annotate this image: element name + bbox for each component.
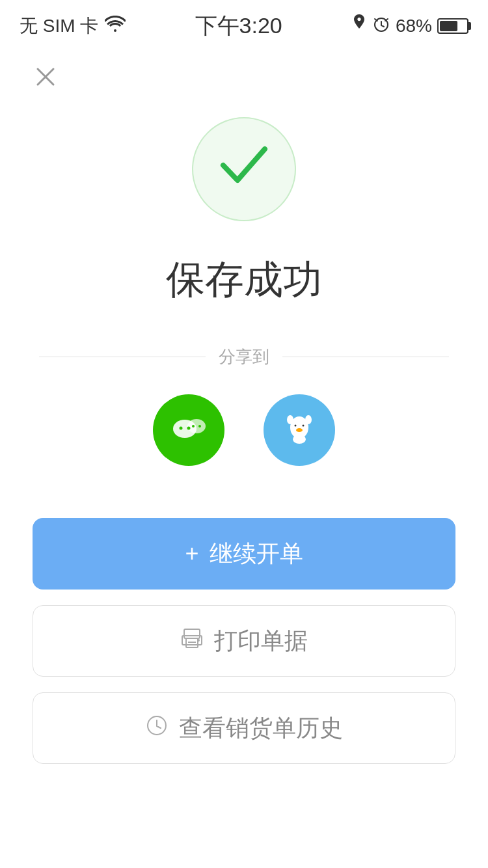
svg-point-11 [302,424,304,426]
share-label: 分享到 [206,346,282,368]
close-button[interactable] [26,57,65,96]
share-divider: 分享到 [0,346,488,368]
status-right: 68% [351,14,468,38]
plus-icon: + [185,540,198,567]
battery-percent: 68% [396,16,432,36]
svg-point-2 [187,419,206,433]
svg-point-10 [294,424,296,426]
history-button[interactable]: 查看销货单历史 [33,692,455,764]
svg-point-5 [192,425,195,427]
history-button-label: 查看销货单历史 [179,712,343,744]
main-content: 保存成功 分享到 [0,52,488,764]
qq-share-button[interactable] [264,394,335,466]
clock-icon [145,714,169,743]
carrier-text: 无 SIM 卡 [20,14,98,38]
success-icon-circle [192,117,296,221]
share-icons-container [153,394,335,466]
checkmark-icon [218,142,270,197]
svg-point-13 [287,415,293,424]
svg-point-3 [179,426,182,429]
svg-point-4 [187,426,190,429]
status-left: 无 SIM 卡 [20,14,126,38]
svg-point-6 [198,425,201,427]
svg-rect-16 [184,629,200,638]
print-button-label: 打印单据 [214,625,308,657]
divider-line-left [39,357,206,357]
svg-point-15 [293,435,306,444]
divider-line-right [282,357,449,357]
wechat-share-button[interactable] [153,394,224,466]
location-icon [351,14,367,38]
print-button[interactable]: 打印单据 [33,605,455,677]
status-bar: 无 SIM 卡 下午3:20 68% [0,0,488,52]
battery-icon [437,18,468,34]
action-buttons-container: + 继续开单 打印单据 [0,518,488,764]
svg-point-19 [197,639,200,642]
status-time: 下午3:20 [195,11,282,41]
continue-button[interactable]: + 继续开单 [33,518,455,590]
alarm-icon [372,15,390,38]
success-title: 保存成功 [166,254,322,306]
svg-point-12 [296,428,303,432]
continue-button-label: 继续开单 [210,538,303,570]
svg-point-14 [305,415,312,424]
wifi-icon [105,15,126,38]
printer-icon [180,627,204,656]
